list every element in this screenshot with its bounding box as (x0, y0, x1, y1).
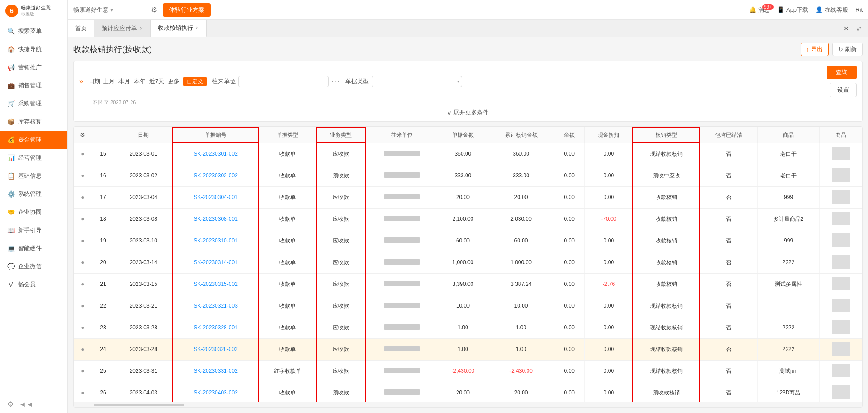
tab-close-payable[interactable]: × (140, 25, 143, 32)
doc-no-link[interactable]: SK-20230321-003 (193, 303, 237, 309)
sidebar-item-operation[interactable]: 📊 经营管理 (0, 149, 67, 167)
sidebar-item-wechat[interactable]: 💬 企业微信 (0, 257, 67, 275)
horizontal-scrollbar[interactable] (74, 402, 862, 407)
notice-button[interactable]: 🔔 消息 99+ (749, 6, 770, 14)
partner-label: 往来单位 (212, 77, 236, 85)
cell-settings[interactable]: ● (74, 295, 92, 317)
doc-no-link[interactable]: SK-20230328-001 (193, 324, 237, 331)
partner-dots[interactable]: ··· (331, 77, 340, 85)
settings-gear-icon[interactable]: ⚙ (80, 132, 85, 138)
sidebar-item-corp[interactable]: 🤝 企业协同 (0, 203, 67, 221)
doc-no-link[interactable]: SK-20230302-002 (193, 172, 237, 179)
online-service-button[interactable]: 👤 在线客服 (816, 6, 848, 14)
cell-settings[interactable]: ● (74, 317, 92, 338)
sidebar-item-guide[interactable]: 📖 新手引导 (0, 221, 67, 239)
cell-settings[interactable]: ● (74, 143, 92, 165)
cell-settings[interactable]: ● (74, 165, 92, 186)
cell-biztype: 应收款 (316, 338, 365, 360)
gear-icon[interactable]: ⚙ (149, 4, 159, 16)
date-this-month[interactable]: 本月 (118, 77, 130, 85)
doc-no-link[interactable]: SK-20230331-002 (193, 368, 237, 374)
col-date: 日期 (114, 127, 173, 143)
cell-rowno: 24 (92, 338, 114, 360)
cell-docno: SK-20230321-003 (173, 295, 259, 317)
date-this-year[interactable]: 本年 (134, 77, 146, 85)
tab-payable[interactable]: 预计应应付单× (94, 20, 151, 37)
doc-no-link[interactable]: SK-20230310-001 (193, 237, 237, 244)
doc-no-link[interactable]: SK-20230328-002 (193, 346, 237, 352)
sidebar-label-finance: 资金管理 (18, 136, 42, 144)
date-more[interactable]: 更多 (168, 77, 179, 85)
sidebar-item-finance[interactable]: 💰 资金管理 (0, 131, 67, 149)
user-name[interactable]: Rit (855, 6, 863, 13)
app-logo-icon: 6 (5, 5, 18, 17)
cell-include-settled: 否 (700, 208, 757, 230)
sidebar-item-marketing[interactable]: 📢 营销推广 (0, 58, 67, 76)
cell-goods: 999 (757, 186, 819, 208)
cell-settings[interactable]: ● (74, 382, 92, 402)
brand-arrow-icon[interactable]: ▾ (110, 7, 113, 13)
sidebar-item-base[interactable]: 📋 基础信息 (0, 167, 67, 185)
doc-no-link[interactable]: SK-20230301-002 (193, 151, 237, 157)
col-settings[interactable]: ⚙ (74, 127, 92, 143)
sidebar-item-quick[interactable]: 🏠 快捷导航 (0, 40, 67, 58)
sidebar-item-search[interactable]: 🔍 搜索菜单 (0, 22, 67, 40)
sidebar-item-purchase[interactable]: 🛒 采购管理 (0, 95, 67, 113)
date-custom[interactable]: 自定义 (183, 77, 207, 86)
date-7days[interactable]: 近7天 (149, 77, 164, 85)
guide-icon: 📖 (7, 227, 14, 234)
cell-settings[interactable]: ● (74, 252, 92, 273)
settings-icon[interactable]: ⚙ (7, 400, 14, 408)
cell-partner (365, 382, 438, 402)
cell-settings[interactable]: ● (74, 230, 92, 252)
tab-home[interactable]: 首页 (68, 20, 94, 37)
sidebar-item-member[interactable]: V 畅会员 (0, 275, 67, 294)
date-last-month[interactable]: 上月 (103, 77, 115, 85)
tabbar-close-button[interactable]: ✕ (841, 23, 852, 34)
doc-type-input[interactable] (372, 76, 462, 87)
doc-no-link[interactable]: SK-20230304-001 (193, 194, 237, 200)
expand-more-button[interactable]: ∨ 展开更多条件 (79, 109, 857, 117)
cell-settings[interactable]: ● (74, 186, 92, 208)
export-icon: ↑ (807, 46, 810, 53)
doc-no-link[interactable]: SK-20230403-002 (193, 389, 237, 396)
cell-amount: 3,390.00 (438, 273, 488, 295)
app-download-button[interactable]: 📱 App下载 (777, 6, 808, 14)
search-button[interactable]: 查询 (827, 66, 857, 79)
solution-button[interactable]: 体验行业方案 (163, 3, 211, 17)
doc-no-link[interactable]: SK-20230315-002 (193, 281, 237, 287)
filter-settings-button[interactable]: 设置 (830, 83, 857, 97)
tab-close-receipt_exec[interactable]: × (196, 25, 199, 31)
sidebar-footer: ⚙ ◄◄ (0, 395, 67, 413)
cell-settings[interactable]: ● (74, 208, 92, 230)
cell-goods: 测试jun (757, 360, 819, 382)
sidebar-item-hardware[interactable]: 💻 智能硬件 (0, 239, 67, 257)
purchase-icon: 🛒 (7, 100, 14, 107)
tab-label-receipt_exec: 收款核销执行 (158, 24, 193, 32)
cell-settings[interactable]: ● (74, 360, 92, 382)
doc-no-link[interactable]: SK-20230308-001 (193, 216, 237, 222)
col-include-settled: 包含已结清 (700, 127, 757, 143)
table-row: ● 23 2023-03-28 SK-20230328-001 收款单 应收款 … (74, 317, 862, 338)
cell-settings[interactable]: ● (74, 273, 92, 295)
cell-docno: SK-20230403-002 (173, 382, 259, 402)
partner-input[interactable] (238, 76, 329, 87)
cell-writeoff-amount: 360.00 (488, 143, 554, 165)
collapse-icon[interactable]: ◄◄ (19, 400, 33, 408)
table-container[interactable]: ⚙ 日期 单据编号 单据类型 业务类型 往来单位 单据金额 累计核销金额 余额 … (74, 127, 862, 402)
sidebar-item-inventory[interactable]: 📦 库存核算 (0, 113, 67, 131)
cell-doctype: 收款单 (259, 208, 316, 230)
filter-toggle-icon[interactable]: » (79, 77, 83, 85)
tab-receipt_exec[interactable]: 收款核销执行× (151, 20, 207, 37)
cell-amount: 1.00 (438, 338, 488, 360)
tabbar-expand-button[interactable]: ⤢ (854, 23, 864, 34)
cell-writeoff-type: 现结收款核销 (633, 143, 700, 165)
export-button[interactable]: ↑ 导出 (801, 43, 829, 56)
refresh-button[interactable]: ↻ 刷新 (832, 43, 863, 56)
doc-no-link[interactable]: SK-20230314-001 (193, 259, 237, 266)
cell-settings[interactable]: ● (74, 338, 92, 360)
cell-goods2 (820, 317, 862, 338)
table-row: ● 25 2023-03-31 SK-20230331-002 红字收款单 应收… (74, 360, 862, 382)
sidebar-item-sales[interactable]: 💼 销售管理 (0, 76, 67, 95)
sidebar-item-system[interactable]: ⚙️ 系统管理 (0, 185, 67, 203)
